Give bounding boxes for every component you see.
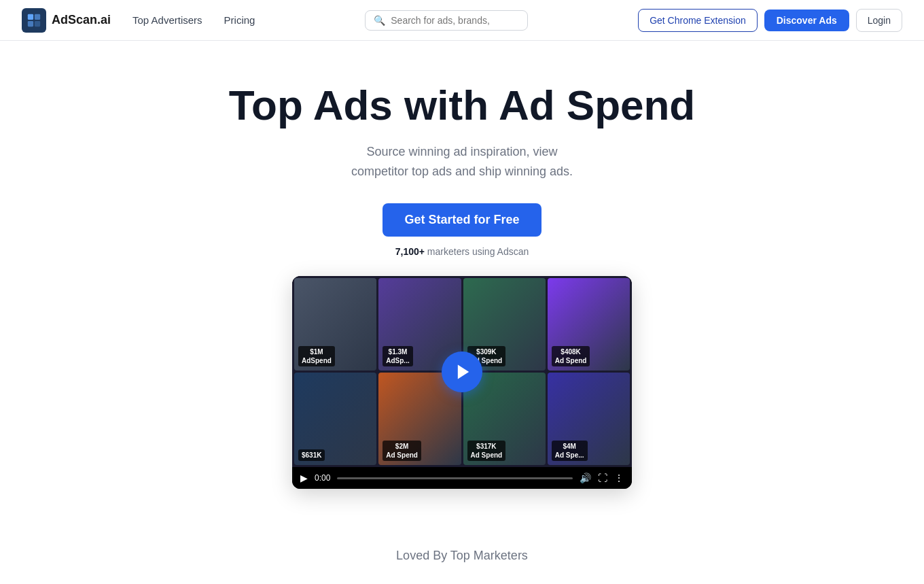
loved-by-section: Loved By Top Marketers PhotoRoom Kilo.He…	[0, 516, 924, 584]
get-started-button[interactable]: Get Started for Free	[383, 203, 541, 237]
ad-spend-2: $1.3MAdSp...	[383, 346, 412, 366]
hero-section: Top Ads with Ad Spend Source winning ad …	[0, 41, 924, 516]
ad-spend-8: $4MAd Spe...	[552, 441, 588, 461]
login-button[interactable]: Login	[856, 9, 902, 32]
user-count-rest: marketers using Adscan	[425, 246, 529, 257]
nav-left: AdScan.ai Top Advertisers Pricing	[22, 8, 255, 33]
nav-right: Get Chrome Extension Discover Ads Login	[638, 9, 902, 32]
fullscreen-icon[interactable]: ⛶	[598, 473, 607, 483]
user-count-bold: 7,100+	[395, 246, 425, 257]
chrome-extension-button[interactable]: Get Chrome Extension	[638, 9, 758, 32]
search-icon: 🔍	[374, 15, 385, 26]
video-cell-5: $631K	[294, 373, 376, 465]
hero-subtitle-line1: Source winning ad inspiration, view	[366, 145, 557, 158]
ad-spend-5: $631K	[298, 449, 325, 461]
video-controls: ▶ 0:00 🔊 ⛶ ⋮	[292, 467, 632, 489]
logo-text: AdScan.ai	[52, 13, 111, 27]
video-cell-1: $1MAdSpend	[294, 278, 376, 371]
nav-top-advertisers[interactable]: Top Advertisers	[132, 14, 202, 26]
video-thumbnail: $1MAdSpend $1.3MAdSp... $309KAd Spend $4…	[292, 276, 632, 467]
search-bar[interactable]: 🔍	[365, 10, 528, 31]
video-cell-8: $4MAd Spe...	[548, 373, 630, 465]
loved-by-title: Loved By Top Marketers	[22, 549, 902, 563]
svg-rect-1	[35, 14, 40, 19]
svg-rect-2	[28, 20, 33, 26]
hero-title: Top Ads with Ad Spend	[22, 82, 902, 128]
demo-video[interactable]: $1MAdSpend $1.3MAdSp... $309KAd Spend $4…	[292, 276, 632, 489]
navbar: AdScan.ai Top Advertisers Pricing 🔍 Get …	[0, 0, 924, 41]
ad-spend-1: $1MAdSpend	[298, 346, 335, 366]
ad-spend-7: $317KAd Spend	[467, 441, 506, 461]
user-count: 7,100+ marketers using Adscan	[22, 246, 902, 257]
hero-subtitle-line2: competitor top ads and ship winning ads.	[351, 165, 573, 178]
nav-pricing[interactable]: Pricing	[224, 14, 255, 26]
svg-rect-0	[28, 14, 33, 19]
search-input[interactable]	[391, 15, 519, 26]
volume-icon[interactable]: 🔊	[580, 473, 591, 483]
logo[interactable]: AdScan.ai	[22, 8, 111, 33]
hero-subtitle: Source winning ad inspiration, view comp…	[22, 142, 902, 182]
more-options-icon[interactable]: ⋮	[614, 473, 624, 483]
progress-bar[interactable]	[337, 477, 573, 479]
play-icon[interactable]: ▶	[300, 473, 308, 483]
video-time: 0:00	[315, 473, 330, 483]
discover-ads-button[interactable]: Discover Ads	[764, 10, 849, 31]
play-button[interactable]	[442, 351, 482, 392]
svg-rect-3	[35, 20, 40, 26]
ad-spend-4: $408KAd Spend	[552, 346, 590, 366]
logo-icon	[22, 8, 46, 33]
video-cell-4: $408KAd Spend	[548, 278, 630, 371]
ad-spend-6: $2MAd Spend	[383, 441, 421, 461]
svg-marker-4	[458, 364, 469, 379]
